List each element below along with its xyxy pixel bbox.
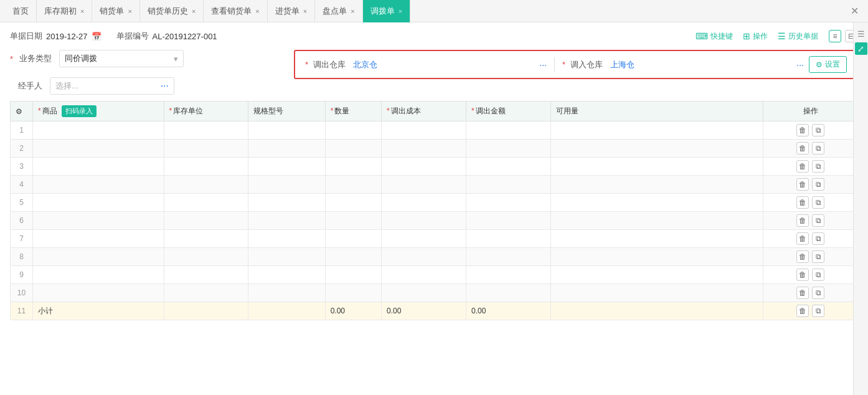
amount-cell[interactable] xyxy=(466,140,550,158)
unit-cell[interactable] xyxy=(164,121,248,140)
delete-row-icon[interactable]: 🗑 xyxy=(796,214,809,227)
delete-row-icon[interactable]: 🗑 xyxy=(796,178,809,191)
transfer-out-value[interactable]: 北京仓 xyxy=(353,59,377,70)
spec-cell[interactable] xyxy=(248,266,325,284)
quantity-cell[interactable] xyxy=(325,248,381,266)
product-cell[interactable] xyxy=(33,248,164,266)
delete-row-icon[interactable]: 🗑 xyxy=(796,250,809,263)
product-cell[interactable] xyxy=(33,194,164,212)
tab-transfer-order[interactable]: 调拨单 × xyxy=(363,0,410,22)
copy-row-icon[interactable]: ⧉ xyxy=(812,160,824,173)
product-cell[interactable] xyxy=(33,230,164,248)
delete-row-icon[interactable]: 🗑 xyxy=(796,142,809,155)
spec-cell[interactable] xyxy=(248,140,325,158)
spec-cell[interactable] xyxy=(248,284,325,302)
amount-cell[interactable] xyxy=(466,121,550,140)
close-tab-sales-history[interactable]: × xyxy=(192,7,196,15)
cost-cell[interactable] xyxy=(382,284,466,302)
product-cell[interactable] xyxy=(33,121,164,140)
cost-cell[interactable] xyxy=(382,176,466,194)
copy-icon[interactable]: ⧉ xyxy=(812,305,824,317)
copy-row-icon[interactable]: ⧉ xyxy=(812,214,824,227)
product-cell[interactable] xyxy=(33,158,164,176)
spec-cell[interactable] xyxy=(248,194,325,212)
cost-cell[interactable] xyxy=(382,212,466,230)
copy-row-icon[interactable]: ⧉ xyxy=(812,250,824,263)
delete-row-icon[interactable]: 🗑 xyxy=(796,269,809,281)
table-container[interactable]: ⚙ *商品 扫码录入 *库存单位 规格型号 *数量 *调出成本 xyxy=(10,101,858,320)
tab-purchase-order[interactable]: 进货单 × xyxy=(268,0,315,22)
transfer-in-more-btn[interactable]: ··· xyxy=(796,60,804,70)
tab-inventory-check[interactable]: 盘点单 × xyxy=(315,0,362,22)
quantity-cell[interactable] xyxy=(325,140,381,158)
amount-cell[interactable] xyxy=(466,176,550,194)
unit-cell[interactable] xyxy=(164,230,248,248)
product-cell[interactable] xyxy=(33,212,164,230)
tab-inventory-init[interactable]: 库存期初 × xyxy=(37,0,92,22)
calendar-icon[interactable]: 📅 xyxy=(92,32,101,41)
spec-cell[interactable] xyxy=(248,158,325,176)
delete-row-icon[interactable]: 🗑 xyxy=(796,196,809,209)
transfer-in-value[interactable]: 上海仓 xyxy=(610,59,634,70)
cost-cell[interactable] xyxy=(382,140,466,158)
unit-cell[interactable] xyxy=(164,248,248,266)
setting-button[interactable]: ⚙ 设置 xyxy=(809,56,847,73)
amount-cell[interactable] xyxy=(466,284,550,302)
copy-row-icon[interactable]: ⧉ xyxy=(812,269,824,281)
quantity-cell[interactable] xyxy=(325,284,381,302)
quantity-cell[interactable] xyxy=(325,266,381,284)
unit-cell[interactable] xyxy=(164,194,248,212)
sidebar-expand-icon[interactable]: ⤢ xyxy=(855,42,867,55)
tab-view-sales[interactable]: 查看销货单 × xyxy=(204,0,267,22)
window-close-button[interactable]: ✕ xyxy=(846,2,863,20)
cost-cell[interactable] xyxy=(382,158,466,176)
delete-icon[interactable]: 🗑 xyxy=(796,305,809,317)
spec-cell[interactable] xyxy=(248,176,325,194)
cost-cell[interactable] xyxy=(382,230,466,248)
amount-cell[interactable] xyxy=(466,230,550,248)
tab-sales-order[interactable]: 销货单 × xyxy=(92,0,139,22)
business-type-select[interactable]: 同价调拨 ▾ xyxy=(59,50,184,67)
close-tab-transfer-order[interactable]: × xyxy=(399,7,402,15)
product-cell[interactable] xyxy=(33,266,164,284)
tab-home[interactable]: 首页 xyxy=(5,0,37,22)
unit-cell[interactable] xyxy=(164,158,248,176)
amount-cell[interactable] xyxy=(466,194,550,212)
sidebar-list-icon[interactable]: ☰ xyxy=(855,27,867,40)
delete-row-icon[interactable]: 🗑 xyxy=(796,287,809,299)
history-btn[interactable]: ☰ 历史单据 xyxy=(778,31,818,42)
copy-row-icon[interactable]: ⧉ xyxy=(812,287,824,299)
amount-cell[interactable] xyxy=(466,248,550,266)
person-more-icon[interactable]: ··· xyxy=(161,80,169,92)
amount-cell[interactable] xyxy=(466,266,550,284)
tab-sales-history[interactable]: 销货单历史 × xyxy=(140,0,204,22)
unit-cell[interactable] xyxy=(164,140,248,158)
close-tab-inventory-init[interactable]: × xyxy=(80,7,84,15)
product-cell[interactable] xyxy=(33,176,164,194)
cost-cell[interactable] xyxy=(382,266,466,284)
close-tab-purchase-order[interactable]: × xyxy=(303,7,307,15)
operations-btn[interactable]: ⊞ 操作 xyxy=(743,31,768,42)
spec-cell[interactable] xyxy=(248,230,325,248)
cost-cell[interactable] xyxy=(382,194,466,212)
copy-row-icon[interactable]: ⧉ xyxy=(812,196,824,209)
amount-cell[interactable] xyxy=(466,212,550,230)
unit-cell[interactable] xyxy=(164,284,248,302)
transfer-out-more-btn[interactable]: ··· xyxy=(539,60,547,70)
quantity-cell[interactable] xyxy=(325,176,381,194)
scan-entry-btn[interactable]: 扫码录入 xyxy=(62,105,97,117)
shortcut-btn[interactable]: ⌨ 快捷键 xyxy=(696,31,733,42)
product-cell[interactable] xyxy=(33,284,164,302)
cost-cell[interactable] xyxy=(382,121,466,140)
close-tab-sales-order[interactable]: × xyxy=(128,7,131,15)
amount-cell[interactable] xyxy=(466,158,550,176)
person-select[interactable]: 选择... ··· xyxy=(50,77,174,95)
date-value[interactable]: 2019-12-27 xyxy=(46,32,88,41)
unit-cell[interactable] xyxy=(164,212,248,230)
spec-cell[interactable] xyxy=(248,248,325,266)
spec-cell[interactable] xyxy=(248,121,325,140)
spec-cell[interactable] xyxy=(248,212,325,230)
cost-cell[interactable] xyxy=(382,248,466,266)
quantity-cell[interactable] xyxy=(325,194,381,212)
quantity-cell[interactable] xyxy=(325,230,381,248)
